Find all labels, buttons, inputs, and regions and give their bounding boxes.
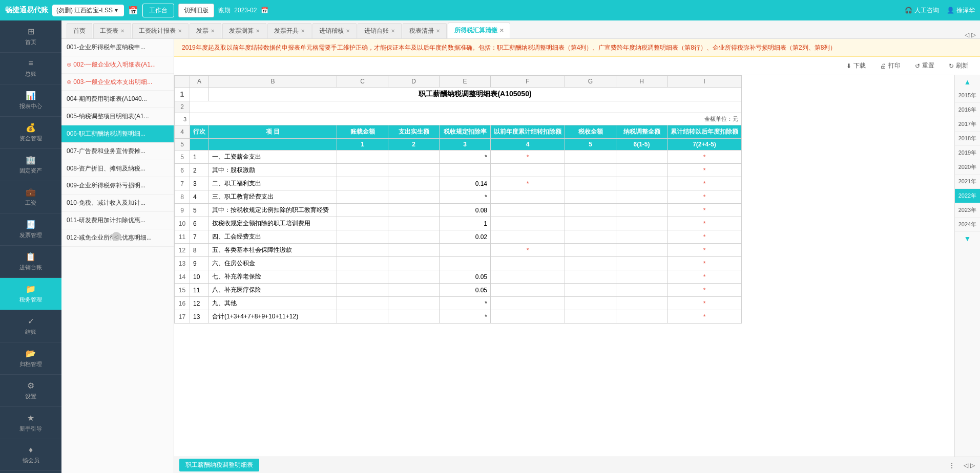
toolbar: ⬇ 下载 🖨 打印 ↺ 重置 ↻ 刷新 xyxy=(174,57,980,75)
old-version-button[interactable]: 切到旧版 xyxy=(178,4,214,17)
row-e-8 xyxy=(440,244,491,257)
help-service[interactable]: 🎧 人工咨询 xyxy=(905,6,939,15)
year-2017[interactable]: 2017年 xyxy=(955,117,980,132)
left-panel-item-009[interactable]: 009-企业所得税弥补亏损明... xyxy=(61,177,174,195)
left-panel-item-011[interactable]: 011-研发费用加计扣除优惠... xyxy=(61,212,174,229)
tab-invoice-calc[interactable]: 发票测算 ✕ xyxy=(222,23,266,38)
tab-payroll-stats[interactable]: 工资统计报表 ✕ xyxy=(132,23,189,38)
th-sub-6: 6(1-5) xyxy=(616,139,668,150)
reset-button[interactable]: ↺ 重置 xyxy=(911,60,939,72)
th-col5: 税收全额 xyxy=(565,125,616,139)
tab-nav-left[interactable]: ◁ xyxy=(965,31,969,38)
bottom-more-options[interactable]: ⋮ xyxy=(944,461,960,469)
row-seq-4: 4 xyxy=(190,190,209,204)
row-i-3: * xyxy=(668,177,742,190)
th-sub-3: 3 xyxy=(440,139,491,150)
left-panel-item-003[interactable]: ⊙ 003-一般企业成本支出明细... xyxy=(61,74,174,91)
sidebar-item-general-ledger[interactable]: ≡ 总账 xyxy=(0,53,61,84)
row-i-4: * xyxy=(668,190,742,204)
tab-close-income-tax[interactable]: ✕ xyxy=(499,28,504,33)
company-selector[interactable]: (勿删) 江西皓宝-LSS ▾ xyxy=(52,5,124,16)
tab-close-payroll[interactable]: ✕ xyxy=(120,28,124,34)
row-item-5: 其中：按税收规定比例扣除的职工教育经费 xyxy=(209,204,337,217)
row-i-11: * xyxy=(668,284,742,297)
user-avatar[interactable]: 👤 徐泽华 xyxy=(947,6,975,15)
year-2023[interactable]: 2023年 xyxy=(955,203,980,218)
sidebar-item-member[interactable]: ♦ 畅会员 xyxy=(0,439,61,471)
spreadsheet-container[interactable]: A B C D E F G H I xyxy=(174,75,954,457)
tab-invoice-open[interactable]: 发票开具 ✕ xyxy=(267,23,311,38)
year-nav-down[interactable]: ▼ xyxy=(962,232,974,245)
row-seq-13: 13 xyxy=(190,310,209,324)
row-e-10: 0.05 xyxy=(440,270,491,284)
scroll-right-bottom[interactable]: ▷ xyxy=(970,462,975,469)
bottom-tab-active[interactable]: 职工薪酬纳税调整明细表 xyxy=(179,459,259,471)
year-2024[interactable]: 2024年 xyxy=(955,218,980,232)
row-d-10 xyxy=(388,270,440,284)
left-panel-item-004[interactable]: 004-期间费用明细表(A1040... xyxy=(61,91,174,108)
print-button[interactable]: 🖨 打印 xyxy=(876,60,905,72)
row-c-4 xyxy=(337,190,388,204)
left-panel-item-005[interactable]: 005-纳税调整项目明细表(A1... xyxy=(61,108,174,125)
col-header-e: E xyxy=(440,76,491,88)
col-header-a: A xyxy=(190,76,209,88)
year-2020[interactable]: 2020年 xyxy=(955,160,980,175)
tab-close-purchase-ledger[interactable]: ✕ xyxy=(391,28,395,34)
row-d-9 xyxy=(388,257,440,270)
row-g-8 xyxy=(565,244,616,257)
year-2022[interactable]: 2022年 xyxy=(955,189,980,203)
sidebar-item-purchase-sale[interactable]: 📋 进销台账 xyxy=(0,246,61,278)
year-2018[interactable]: 2018年 xyxy=(955,132,980,146)
sidebar-item-archive[interactable]: 📂 归档管理 xyxy=(0,342,61,375)
year-nav-up[interactable]: ▲ xyxy=(962,75,974,89)
year-2016[interactable]: 2016年 xyxy=(955,103,980,117)
tab-close-purchase-verify[interactable]: ✕ xyxy=(346,28,350,34)
sidebar-item-invoice-mgmt[interactable]: 🧾 发票管理 xyxy=(0,213,61,246)
left-panel-item-007[interactable]: 007-广告费和业务宣传费摊... xyxy=(61,143,174,160)
row-item-11: 八、补充医疗保险 xyxy=(209,284,337,297)
sidebar-item-tax-mgmt[interactable]: 📁 税务管理 xyxy=(0,278,61,310)
tab-close-tax-clear[interactable]: ✕ xyxy=(436,28,440,34)
sidebar-item-fixed-assets[interactable]: 🏢 固定资产 xyxy=(0,149,61,181)
tab-income-tax[interactable]: 所得税汇算清缴 ✕ xyxy=(448,23,510,38)
scroll-left-bottom[interactable]: ◁ xyxy=(964,462,968,469)
sidebar-item-cancel-fixed[interactable]: 📌 取消固定 xyxy=(0,471,61,473)
tab-invoice[interactable]: 发票 ✕ xyxy=(190,23,221,38)
left-panel-item-010[interactable]: 010-免税、减计收入及加计... xyxy=(61,195,174,212)
left-panel-item-001[interactable]: 001-企业所得税年度纳税申... xyxy=(61,39,174,56)
left-panel-item-006[interactable]: 006-职工薪酬纳税调整明细... xyxy=(61,125,174,143)
tab-purchase-ledger[interactable]: 进销台账 ✕ xyxy=(358,23,402,38)
download-button[interactable]: ⬇ 下载 xyxy=(842,60,870,72)
tab-purchase-verify[interactable]: 进销稽核 ✕ xyxy=(312,23,357,38)
sidebar-item-wizard[interactable]: ★ 新手引导 xyxy=(0,407,61,439)
year-2015[interactable]: 2015年 xyxy=(955,89,980,103)
tab-payroll[interactable]: 工资表 ✕ xyxy=(93,23,131,38)
tab-home[interactable]: 首页 xyxy=(67,23,92,38)
left-panel-item-002[interactable]: ⊙ 002-一般企业收入明细表(A1... xyxy=(61,56,174,74)
sidebar-item-home[interactable]: ⊞ 首页 xyxy=(0,20,61,53)
row-h-7 xyxy=(616,230,668,244)
row-d-4 xyxy=(388,190,440,204)
sidebar-item-capital[interactable]: 💰 资金管理 xyxy=(0,117,61,149)
workbench-button[interactable]: 工作台 xyxy=(142,4,174,17)
sidebar-item-payroll[interactable]: 💼 工资 xyxy=(0,181,61,213)
year-2021[interactable]: 2021年 xyxy=(955,175,980,189)
tab-close-payroll-stats[interactable]: ✕ xyxy=(178,28,182,34)
row-e-9 xyxy=(440,257,491,270)
row-num-4: 8 xyxy=(175,190,190,204)
sidebar-item-report[interactable]: 📊 报表中心 xyxy=(0,84,61,117)
sidebar-item-settings[interactable]: ⚙ 设置 xyxy=(0,375,61,407)
tab-tax-clear[interactable]: 税表清册 ✕ xyxy=(403,23,447,38)
refresh-button[interactable]: ↻ 刷新 xyxy=(945,60,972,72)
tab-close-invoice-calc[interactable]: ✕ xyxy=(256,28,260,34)
collapse-left-panel[interactable]: ◁ xyxy=(112,232,121,241)
row-e-12: * xyxy=(440,297,491,310)
wizard-icon: ★ xyxy=(27,413,34,423)
sidebar-item-settlement[interactable]: ✓ 结账 xyxy=(0,310,61,342)
year-2019[interactable]: 2019年 xyxy=(955,146,980,160)
tab-close-invoice-open[interactable]: ✕ xyxy=(301,28,305,34)
row-e-5: 0.08 xyxy=(440,204,491,217)
tab-close-invoice[interactable]: ✕ xyxy=(211,28,215,34)
left-panel-item-008[interactable]: 008-资产折旧、摊销及纳税... xyxy=(61,160,174,178)
tab-nav-right[interactable]: ▷ xyxy=(971,31,976,38)
